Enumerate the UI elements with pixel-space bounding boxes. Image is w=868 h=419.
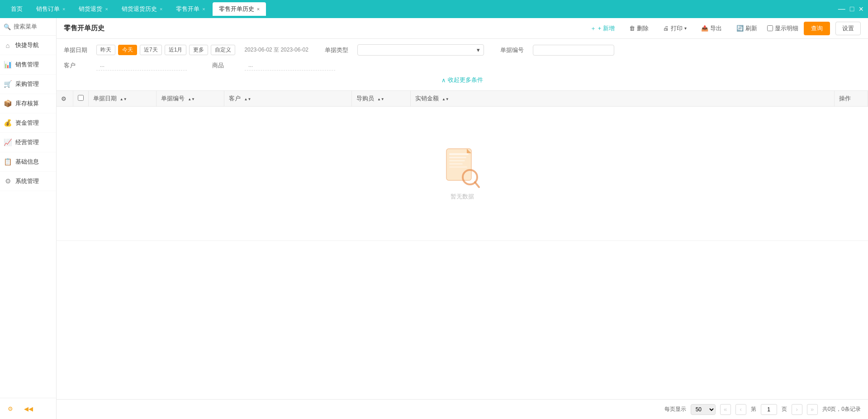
sort-icon-number[interactable]: ▲▼ xyxy=(188,97,195,101)
tab-sales-order-label: 销售订单 xyxy=(36,5,60,13)
select-all-checkbox[interactable] xyxy=(78,95,84,101)
date-btn-yesterday[interactable]: 昨天 xyxy=(96,45,115,55)
th-checkbox[interactable] xyxy=(73,91,88,107)
th-date[interactable]: 单据日期 ▲▼ xyxy=(88,91,156,107)
sidebar-item-quick-nav[interactable]: ⌂ 快捷导航 xyxy=(0,36,56,55)
type-label: 单据类型 xyxy=(325,46,350,54)
tab-sales-return[interactable]: 销货退货 × xyxy=(72,2,114,16)
sidebar-item-inventory[interactable]: 📦 库存核算 xyxy=(0,94,56,113)
sidebar-item-basic-info[interactable]: 📋 基础信息 xyxy=(0,152,56,172)
tab-sales-order-close[interactable]: × xyxy=(62,6,65,12)
date-btn-more[interactable]: 更多 xyxy=(189,45,208,55)
product-input[interactable] xyxy=(245,60,335,71)
search-icon: 🔍 xyxy=(4,24,11,30)
collapse-up-icon: ∧ xyxy=(441,77,446,84)
export-button[interactable]: 📤 导出 xyxy=(697,22,726,35)
tab-sales-return-label: 销货退货 xyxy=(79,5,102,13)
system-icon: ⚙ xyxy=(4,177,12,185)
delete-button[interactable]: 🗑 删除 xyxy=(625,22,653,35)
empty-text: 暂无数据 xyxy=(451,193,474,201)
th-customer-label: 客户 xyxy=(229,95,241,102)
date-range-display: 2023-06-02 至 2023-06-02 xyxy=(244,46,308,54)
sidebar-item-purchase-mgmt[interactable]: 🛒 采购管理 xyxy=(0,75,56,94)
tab-retail-open[interactable]: 零售开单 × xyxy=(170,2,211,16)
sidebar-search[interactable]: 🔍 搜索菜单 xyxy=(0,18,56,36)
settings-button[interactable]: 设置 xyxy=(835,22,861,35)
empty-state: 暂无数据 xyxy=(61,110,863,237)
table-body: 暂无数据 xyxy=(57,107,868,241)
print-icon: 🖨 xyxy=(663,25,669,32)
column-settings-icon[interactable]: ⚙ xyxy=(61,95,66,102)
tab-retail-open-label: 零售开单 xyxy=(176,5,199,13)
query-button[interactable]: 查询 xyxy=(804,22,830,35)
sidebar-bottom: ⚙ ◀◀ xyxy=(0,398,56,419)
th-settings[interactable]: ⚙ xyxy=(57,91,73,107)
sort-icon-date[interactable]: ▲▼ xyxy=(120,97,127,101)
print-button[interactable]: 🖨 打印 ▾ xyxy=(659,22,691,35)
sidebar-item-operations-label: 经营管理 xyxy=(15,138,39,146)
last-page-btn[interactable]: » xyxy=(807,404,818,415)
add-button[interactable]: ＋ + 新增 xyxy=(586,22,619,35)
sort-icon-customer[interactable]: ▲▼ xyxy=(244,97,251,101)
svg-line-8 xyxy=(475,182,479,187)
th-customer[interactable]: 客户 ▲▼ xyxy=(224,91,351,107)
th-date-label: 单据日期 xyxy=(93,95,117,102)
tab-retail-open-close[interactable]: × xyxy=(202,6,205,12)
window-close-btn[interactable]: × xyxy=(859,5,863,14)
window-max-btn[interactable]: □ xyxy=(850,5,854,13)
sort-icon-salesperson[interactable]: ▲▼ xyxy=(377,97,384,101)
date-btn-1month[interactable]: 近1月 xyxy=(165,45,187,55)
sidebar-item-operations[interactable]: 📈 经营管理 xyxy=(0,133,56,152)
home-icon: ⌂ xyxy=(4,42,12,49)
sidebar-item-finance[interactable]: 💰 资金管理 xyxy=(0,113,56,133)
delete-icon: 🗑 xyxy=(629,25,635,32)
print-dropdown-icon: ▾ xyxy=(684,26,687,31)
first-page-btn[interactable]: « xyxy=(720,404,731,415)
tab-sales-order[interactable]: 销售订单 × xyxy=(30,2,71,16)
finance-icon: 💰 xyxy=(4,119,12,127)
date-btn-today[interactable]: 今天 xyxy=(118,45,137,55)
display-detail-checkbox[interactable] xyxy=(767,25,773,31)
refresh-button[interactable]: 🔄 刷新 xyxy=(732,22,762,35)
tab-sales-return-close[interactable]: × xyxy=(105,6,108,12)
last-page-icon: » xyxy=(811,406,814,413)
sidebar-item-inventory-label: 库存核算 xyxy=(15,99,39,108)
sidebar-settings-btn[interactable]: ⚙ xyxy=(4,402,17,415)
prev-page-btn[interactable]: ‹ xyxy=(735,404,746,415)
date-buttons: 昨天 今天 近7天 近1月 更多 自定义 xyxy=(96,45,235,55)
sort-icon-amount[interactable]: ▲▼ xyxy=(442,97,449,101)
date-btn-7days[interactable]: 近7天 xyxy=(140,45,162,55)
th-salesperson[interactable]: 导购员 ▲▼ xyxy=(351,91,410,107)
tab-sales-return-history-close[interactable]: × xyxy=(160,6,162,12)
sidebar-item-sales-mgmt[interactable]: 📊 销售管理 xyxy=(0,55,56,75)
tab-retail-open-history-close[interactable]: × xyxy=(257,6,260,12)
th-actions-label: 操作 xyxy=(839,95,851,102)
collapse-label: 收起更多条件 xyxy=(448,76,483,84)
tab-home[interactable]: 首页 xyxy=(5,2,29,16)
th-amount[interactable]: 实销金额 ▲▼ xyxy=(410,91,835,107)
th-number[interactable]: 单据编号 ▲▼ xyxy=(156,91,224,107)
table-area: ⚙ 单据日期 ▲▼ 单据编号 ▲▼ xyxy=(57,91,868,399)
window-min-btn[interactable]: — xyxy=(838,5,845,13)
tab-retail-open-history[interactable]: 零售开单历史 × xyxy=(213,2,266,16)
svg-rect-4 xyxy=(449,163,463,165)
type-select[interactable]: ▾ xyxy=(357,44,484,56)
operations-icon: 📈 xyxy=(4,138,12,146)
sidebar-item-system-mgmt[interactable]: ⚙ 系统管理 xyxy=(0,172,56,191)
customer-input[interactable] xyxy=(96,60,187,71)
toolbar: ＋ + 新增 🗑 删除 🖨 打印 ▾ 📤 导出 🔄 xyxy=(586,22,861,35)
next-page-btn[interactable]: › xyxy=(792,404,802,415)
page-size-select[interactable]: 10 20 50 100 xyxy=(691,404,716,415)
number-input[interactable] xyxy=(533,45,614,56)
prev-page-icon: ‹ xyxy=(740,406,741,413)
display-detail-toggle[interactable]: 显示明细 xyxy=(767,24,798,33)
page-input[interactable] xyxy=(761,404,777,415)
date-btn-custom[interactable]: 自定义 xyxy=(211,45,235,55)
svg-rect-5 xyxy=(449,166,467,168)
empty-svg xyxy=(442,146,483,192)
sidebar-collapse-btn[interactable]: ◀◀ xyxy=(22,402,35,415)
collapse-bar[interactable]: ∧ 收起更多条件 xyxy=(64,75,861,85)
print-label: 打印 xyxy=(671,24,683,33)
page-total: 共0页，0条记录 xyxy=(822,405,861,413)
tab-sales-return-history[interactable]: 销货退货历史 × xyxy=(115,2,169,16)
